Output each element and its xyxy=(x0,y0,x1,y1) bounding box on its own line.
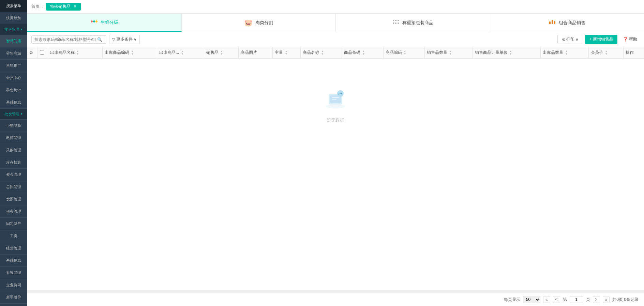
sidebar-item-business-mgmt[interactable]: 经营管理 xyxy=(0,242,27,255)
filter-label: 更多条件 xyxy=(116,36,133,42)
help-label: 帮助 xyxy=(629,37,637,42)
empty-state-text: 暂无数据 xyxy=(327,117,344,123)
th-warehouse-product-name[interactable]: 出库商品名称 ▲▼ xyxy=(48,47,102,59)
sidebar-item-fixed-assets[interactable]: 固定资产 xyxy=(0,218,27,230)
sidebar-item-settings[interactable]: ⚙ xyxy=(0,304,27,306)
filter-button[interactable]: ▽ 更多条件 ∨ xyxy=(109,35,140,44)
sidebar-item-system-mgmt[interactable]: 系统管理 xyxy=(0,267,27,279)
sidebar-item-tax-mgmt[interactable]: 税务管理 xyxy=(0,205,27,218)
sort-arrows-icon: ▲▼ xyxy=(321,50,324,56)
tab-label-meat-cutting: 肉类分割 xyxy=(255,20,273,26)
sidebar-item-fund-mgmt[interactable]: 资金管理 xyxy=(0,169,27,181)
prev-page-button[interactable]: < xyxy=(553,296,560,303)
sidebar-item-inventory[interactable]: 库存核算 xyxy=(0,156,27,169)
svg-point-1 xyxy=(93,20,95,22)
th-checkbox[interactable] xyxy=(38,47,48,59)
th-product-code[interactable]: 商品编码 ▲▼ xyxy=(383,47,424,59)
th-product-name[interactable]: 商品名称 ▲▼ xyxy=(301,47,342,59)
svg-rect-18 xyxy=(332,99,337,100)
sidebar-item-label: 零售管理 xyxy=(4,27,19,32)
th-sales-qty[interactable]: 销售品数量 ▲▼ xyxy=(424,47,473,59)
next-page-button[interactable]: > xyxy=(593,296,600,303)
tab-fresh-grading[interactable]: 生鲜分级 xyxy=(27,14,182,32)
sort-arrows-icon: ▲▼ xyxy=(449,50,452,56)
sidebar-item-quick-nav[interactable]: 快捷导航 xyxy=(0,12,27,24)
pagination-bar: 每页显示 50 10 20 100 « < 第 页 > » 共0页 0条记录 xyxy=(27,293,644,306)
sidebar-item-smart-store[interactable]: 智慧门店 xyxy=(0,35,27,47)
tab-label-combo-sales: 组合商品销售 xyxy=(559,20,585,26)
print-arrow-icon: ∨ xyxy=(575,37,579,42)
sort-arrows-icon: ▲▼ xyxy=(76,50,79,56)
page-number-input[interactable] xyxy=(570,296,583,303)
sort-arrows-icon: ▲▼ xyxy=(362,50,365,56)
per-page-label: 每页显示 xyxy=(504,297,520,303)
sidebar-item-member-center[interactable]: 会员中心 xyxy=(0,72,27,84)
sidebar-item-ledger-mgmt[interactable]: 总账管理 xyxy=(0,181,27,193)
tab-label-weigh-prepack: 称重预包装商品 xyxy=(402,20,433,26)
per-page-select[interactable]: 50 10 20 100 xyxy=(523,296,540,303)
first-page-button[interactable]: « xyxy=(543,296,550,303)
th-warehouse-product-extra[interactable]: 出库商品... ▲▼ xyxy=(157,47,204,59)
th-member-price[interactable]: 会员价 ▲▼ xyxy=(588,47,623,59)
toolbar: 🔍 ▽ 更多条件 ∨ 🖨 打印 ∨ + 新增销售品 ❓ 帮助 xyxy=(27,32,644,47)
th-product-barcode[interactable]: 商品条码 ▲▼ xyxy=(342,47,383,59)
th-warehouse-qty[interactable]: 出库品数量 ▲▼ xyxy=(541,47,589,59)
sidebar-item-invoice-mgmt[interactable]: 发票管理 xyxy=(0,193,27,205)
sidebar-item-ecommerce-mgmt[interactable]: 电商管理 xyxy=(0,132,27,144)
sort-arrows-icon: ▲▼ xyxy=(509,50,512,56)
th-sales-product[interactable]: 销售品 ▲▼ xyxy=(204,47,239,59)
sidebar-item-enterprise-collab[interactable]: 企业协同 xyxy=(0,279,27,291)
th-warehouse-product-code[interactable]: 出库商品编码 ▲▼ xyxy=(102,47,157,59)
th-settings[interactable]: ⚙ xyxy=(27,47,38,59)
breadcrumb-separator: / xyxy=(42,4,43,9)
chevron-down-icon: ▼ xyxy=(20,28,23,31)
sidebar-item-purchase-mgmt[interactable]: 采购管理 xyxy=(0,144,27,156)
print-icon: 🖨 xyxy=(561,37,565,42)
weigh-prepack-icon xyxy=(392,19,400,27)
svg-point-8 xyxy=(398,22,399,24)
sidebar-item-ecommerce-light[interactable]: 小畅电商 xyxy=(0,120,27,132)
search-box[interactable]: 🔍 xyxy=(31,35,106,44)
help-button[interactable]: ❓ 帮助 xyxy=(620,35,640,44)
data-table: ⚙ 出库商品名称 ▲▼ 出库商品编码 ▲▼ 出库商品... ▲▼ xyxy=(27,47,644,151)
print-button[interactable]: 🖨 打印 ∨ xyxy=(557,35,582,44)
close-tab-icon[interactable]: ✕ xyxy=(73,4,77,9)
filter-icon: ▽ xyxy=(112,37,115,42)
sidebar-item-retail-stats[interactable]: 零售统计 xyxy=(0,84,27,96)
svg-point-16 xyxy=(341,93,342,94)
category-tabs: 生鲜分级 🐷 肉类分割 称重预包装商品 xyxy=(27,14,644,32)
empty-state: 暂无数据 xyxy=(27,59,644,151)
sort-arrows-icon: ▲▼ xyxy=(404,50,406,56)
page-suffix: 页 xyxy=(586,297,590,303)
last-page-button[interactable]: » xyxy=(603,296,610,303)
sort-arrows-icon: ▲▼ xyxy=(605,50,608,56)
empty-state-illustration xyxy=(322,86,349,113)
meat-cutting-icon: 🐷 xyxy=(244,19,253,27)
filter-arrow-icon: ∨ xyxy=(134,37,137,42)
sidebar-item-base-info-1[interactable]: 基础信息 xyxy=(0,96,27,109)
sidebar-item-new-guide[interactable]: 新手引导 xyxy=(0,291,27,304)
sidebar-item-marketing[interactable]: 营销推广 xyxy=(0,60,27,72)
sidebar-item-wholesale-mgmt[interactable]: 批发管理 ▼ xyxy=(0,109,27,120)
tab-weigh-prepack[interactable]: 称重预包装商品 xyxy=(336,14,490,32)
tab-meat-cutting[interactable]: 🐷 肉类分割 xyxy=(182,14,336,32)
svg-point-2 xyxy=(95,20,98,22)
search-icon[interactable]: 🔍 xyxy=(97,37,102,42)
sort-arrows-icon: ▲▼ xyxy=(565,50,568,56)
new-item-button[interactable]: + 新增销售品 xyxy=(585,35,617,44)
sidebar-item-payroll[interactable]: 工资 xyxy=(0,230,27,242)
breadcrumb-home[interactable]: 首页 xyxy=(31,4,40,10)
th-main-quantity[interactable]: 主量 ▲▼ xyxy=(273,47,301,59)
sidebar-item-base-info-2[interactable]: 基础信息 xyxy=(0,255,27,267)
sidebar-item-retail-mgmt[interactable]: 零售管理 ▼ xyxy=(0,24,27,35)
toolbar-right: 🖨 打印 ∨ + 新增销售品 ❓ 帮助 xyxy=(557,35,640,44)
select-all-checkbox[interactable] xyxy=(40,50,44,55)
combo-sales-icon xyxy=(549,19,556,27)
breadcrumb-current[interactable]: 特殊销售品 ✕ xyxy=(46,3,80,11)
tab-combo-sales[interactable]: 组合商品销售 xyxy=(490,14,644,32)
th-sales-unit[interactable]: 销售商品计量单位 ▲▼ xyxy=(473,47,541,59)
horizontal-scrollbar[interactable] xyxy=(27,290,644,293)
sidebar-item-retail-mall[interactable]: 零售商城 xyxy=(0,47,27,60)
sidebar-logo[interactable]: 搜索菜单 xyxy=(0,0,27,12)
search-input[interactable] xyxy=(34,37,96,42)
